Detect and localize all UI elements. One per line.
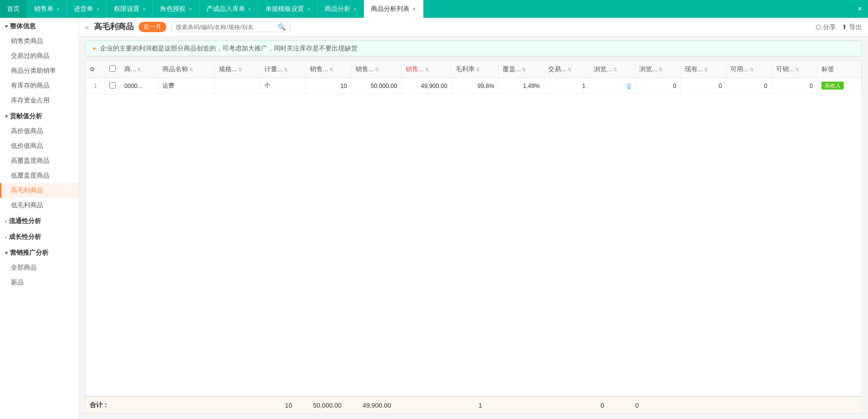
col-sale-profit[interactable]: 销售...⇅ <box>402 61 452 78</box>
sidebar: ▾ 整体信息 销售类商品 交易过的商品 商品分类助销率 有库存的商品 库存资金占… <box>0 18 79 419</box>
close-tab-roles[interactable]: × <box>189 6 192 12</box>
sidebar-item-all-goods[interactable]: 全部商品 <box>0 260 79 275</box>
search-box: 🔍 <box>171 22 290 32</box>
col-unit[interactable]: 计量...⇅ <box>260 61 306 78</box>
col-spec[interactable]: 规格...⇅ <box>215 61 260 78</box>
tab-roles[interactable]: 角色授权 × <box>153 0 199 18</box>
sidebar-group-marketing[interactable]: ▾ 营销推广分析 <box>0 244 79 260</box>
col-code[interactable]: 商...⇅ <box>120 61 158 78</box>
share-button[interactable]: ⬡ 分享 <box>816 23 836 32</box>
close-all-tabs[interactable]: × <box>852 0 868 18</box>
row-views2: 0 <box>635 78 681 94</box>
col-transactions[interactable]: 交易...⇅ <box>544 61 590 78</box>
footer-current-stock: 0 <box>569 402 604 409</box>
arrow-icon: ▾ <box>5 23 8 30</box>
row-transactions: 1 <box>544 78 590 94</box>
sidebar-item-low-margin[interactable]: 低毛利商品 <box>0 198 79 213</box>
table-row: 1 0000... 运费 个 10 50,000.00 49,900.00 99… <box>86 78 862 94</box>
col-name[interactable]: 商品名称⇅ <box>158 61 215 78</box>
row-name: 运费 <box>158 78 215 94</box>
row-select-checkbox[interactable] <box>109 82 116 89</box>
close-tab-production[interactable]: × <box>248 6 251 12</box>
time-filter-button[interactable]: 近一月 <box>139 22 166 32</box>
close-tab-goods-analysis-list[interactable]: × <box>412 6 415 12</box>
footer-sale-qty: 10 <box>253 402 292 409</box>
sidebar-item-low-value[interactable]: 低价值商品 <box>0 139 79 153</box>
sidebar-item-low-coverage[interactable]: 低覆盖度商品 <box>0 168 79 183</box>
row-sale-qty: 10 <box>306 78 351 94</box>
footer-transactions: 1 <box>460 402 500 409</box>
row-settings[interactable]: 1 <box>86 78 105 94</box>
tab-goods-analysis[interactable]: 商品分析 × <box>318 0 364 18</box>
col-coverage[interactable]: 覆盖...⇅ <box>499 61 544 78</box>
tab-goods-analysis-list[interactable]: 商品分析列表 × <box>364 0 423 18</box>
col-tag[interactable]: 标签 <box>817 61 861 78</box>
sidebar-item-high-margin[interactable]: 高毛利商品 <box>0 183 79 198</box>
row-code: 0000... <box>120 78 158 94</box>
footer-label: 合计： <box>90 401 109 410</box>
close-tab-template[interactable]: × <box>307 6 310 12</box>
sidebar-item-sales-goods[interactable]: 销售类商品 <box>0 34 79 48</box>
sidebar-item-stock-capital[interactable]: 库存资金占用 <box>0 93 79 108</box>
col-current-stock[interactable]: 现有...⇅ <box>680 61 726 78</box>
col-sale-qty[interactable]: 销售...⇅ <box>306 61 351 78</box>
sidebar-group-growth[interactable]: › 成长性分析 <box>0 229 79 244</box>
row-saleable-stock: 0 <box>771 78 817 94</box>
content-area: « 高毛利商品 近一月 🔍 ⬡ 分享 ⬆ 导出 ✦ 企业的主要的利润都是这部 <box>79 18 868 419</box>
col-views1[interactable]: 浏览...⇅ <box>590 61 635 78</box>
info-banner: ✦ 企业的主要的利润都是这部分商品创造的，可考虑加大推广，同时关注库存是不要出现… <box>85 41 862 56</box>
search-input[interactable] <box>176 24 278 31</box>
close-tab-purchase[interactable]: × <box>96 6 99 12</box>
footer-available-stock: 0 <box>604 402 639 409</box>
main-layout: ▾ 整体信息 销售类商品 交易过的商品 商品分类助销率 有库存的商品 库存资金占… <box>0 18 868 419</box>
sidebar-item-in-stock[interactable]: 有库存的商品 <box>0 78 79 93</box>
sidebar-item-high-coverage[interactable]: 高覆盖度商品 <box>0 153 79 168</box>
sidebar-group-contribution[interactable]: ▾ 贡献值分析 <box>0 108 79 124</box>
row-current-stock: 0 <box>680 78 726 94</box>
col-available-stock[interactable]: 可用...⇅ <box>726 61 771 78</box>
row-views1[interactable]: 0 <box>590 78 635 94</box>
sidebar-group-liquidity[interactable]: › 流通性分析 <box>0 213 79 229</box>
row-checkbox[interactable] <box>105 78 120 94</box>
tab-home[interactable]: 首页 <box>0 0 27 18</box>
sidebar-item-new-goods[interactable]: 新品 <box>0 275 79 290</box>
sidebar-item-category-rate[interactable]: 商品分类助销率 <box>0 63 79 78</box>
col-saleable-stock[interactable]: 可销...⇅ <box>771 61 817 78</box>
col-sale-amount[interactable]: 销售...⇅ <box>351 61 401 78</box>
data-table: ⚙ 商...⇅ 商品名称⇅ 规格...⇅ 计量...⇅ 销售...⇅ 销售...… <box>86 61 862 94</box>
close-tab-goods-analysis[interactable]: × <box>354 6 357 12</box>
collapse-sidebar-button[interactable]: « <box>85 23 89 31</box>
col-checkbox[interactable] <box>105 61 120 78</box>
footer-sale-amount: 50,000.00 <box>292 402 342 409</box>
table-container[interactable]: ⚙ 商...⇅ 商品名称⇅ 规格...⇅ 计量...⇅ 销售...⇅ 销售...… <box>85 60 862 396</box>
search-icon[interactable]: 🔍 <box>278 23 286 31</box>
tab-permissions[interactable]: 权限设置 × <box>107 0 153 18</box>
sidebar-group-overall[interactable]: ▾ 整体信息 <box>0 18 79 34</box>
select-all-checkbox[interactable] <box>109 65 116 72</box>
arrow-icon: ▾ <box>5 250 8 256</box>
footer-container: 合计： 10 50,000.00 49,900.00 1 0 0 <box>85 396 862 413</box>
horizontal-scrollbar[interactable] <box>79 413 868 419</box>
col-gross-margin[interactable]: 毛利率⇅ <box>452 61 499 78</box>
footer-totals: 合计： 10 50,000.00 49,900.00 1 0 0 <box>85 396 862 413</box>
top-nav: 首页 销售单 × 进货单 × 权限设置 × 角色授权 × 产成品入库单 × 单据… <box>0 0 868 18</box>
content-header: « 高毛利商品 近一月 🔍 ⬡ 分享 ⬆ 导出 <box>79 18 868 37</box>
tab-production[interactable]: 产成品入库单 × <box>200 0 258 18</box>
row-gross-margin: 99.8% <box>452 78 499 94</box>
arrow-collapsed-icon: › <box>5 218 7 224</box>
tab-sales[interactable]: 销售单 × <box>27 0 67 18</box>
footer-sale-profit: 49,900.00 <box>342 402 391 409</box>
tab-template[interactable]: 单据模板设置 × <box>258 0 317 18</box>
sidebar-item-traded-goods[interactable]: 交易过的商品 <box>0 48 79 63</box>
export-button[interactable]: ⬆ 导出 <box>842 23 862 32</box>
sidebar-item-high-value[interactable]: 高价值商品 <box>0 124 79 139</box>
tag-badge: 高收入 <box>821 82 844 90</box>
col-settings[interactable]: ⚙ <box>86 61 105 78</box>
close-tab-sales[interactable]: × <box>56 6 59 12</box>
col-views2[interactable]: 浏览...⇅ <box>635 61 681 78</box>
share-icon: ⬡ <box>816 23 821 31</box>
page-title: 高毛利商品 <box>94 22 134 32</box>
tab-purchase[interactable]: 进货单 × <box>67 0 106 18</box>
row-sale-profit: 49,900.00 <box>402 78 452 94</box>
close-tab-permissions[interactable]: × <box>143 6 146 12</box>
